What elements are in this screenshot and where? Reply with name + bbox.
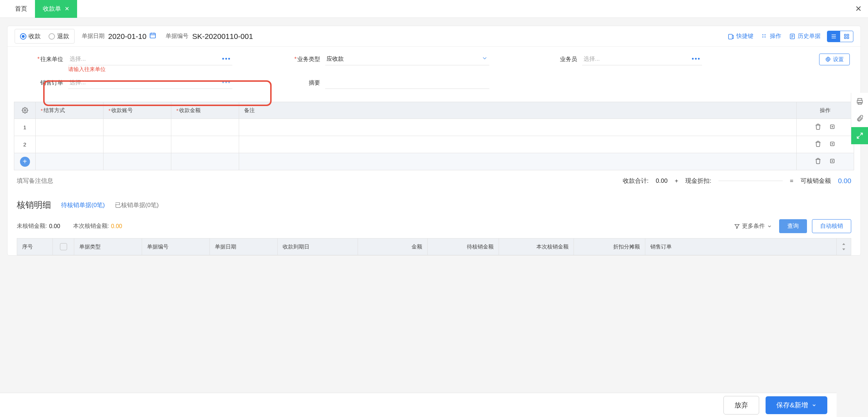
cell-settle[interactable] — [36, 119, 104, 136]
query-button[interactable]: 查询 — [779, 219, 807, 233]
delete-icon[interactable] — [815, 141, 821, 148]
th-ops: 操作 — [820, 107, 831, 114]
writeable-value: 0.00 — [838, 177, 851, 185]
salesman-input[interactable]: 选择... ••• — [582, 53, 702, 65]
svg-point-12 — [24, 110, 26, 111]
tab-pending[interactable]: 待核销单据(0笔) — [61, 201, 105, 209]
th-amt[interactable]: 金额 — [358, 238, 428, 255]
delete-icon[interactable] — [815, 158, 821, 165]
cell-remark[interactable] — [239, 119, 797, 136]
more-icon[interactable]: ••• — [222, 55, 231, 63]
note-input[interactable] — [17, 177, 245, 185]
close-all-icon[interactable]: ✕ — [855, 4, 862, 14]
svg-rect-7 — [844, 34, 846, 36]
cancel-button[interactable]: 放弃 — [723, 396, 759, 415]
discount-label: 现金折扣: — [685, 177, 711, 185]
biztype-field: *业务类型 应收款 — [275, 53, 532, 65]
th-pend[interactable]: 待核销金额 — [428, 238, 499, 255]
calendar-icon[interactable] — [149, 32, 156, 41]
payment-table: *结算方式 *收款账号 *收款金额 备注 操作 1 — [14, 102, 854, 170]
summary-input[interactable] — [325, 77, 489, 89]
auto-writeoff-button[interactable]: 自动核销 — [812, 219, 851, 233]
close-icon[interactable]: ✕ — [65, 5, 69, 12]
sales-order-field: 销售订单 选择... ••• — [18, 77, 275, 89]
cell-amount[interactable] — [171, 136, 239, 153]
save-button[interactable]: 保存&新增 — [766, 396, 827, 414]
radio-label: 退款 — [57, 32, 69, 40]
th-order[interactable]: 销售订单 — [645, 238, 837, 255]
cell-account[interactable] — [104, 136, 171, 153]
chevron-down-icon[interactable] — [481, 55, 488, 63]
th-disc[interactable]: 折扣分摊额 — [574, 238, 645, 255]
biztype-select[interactable]: 应收款 — [325, 53, 489, 65]
copy-icon[interactable] — [829, 124, 836, 131]
radio-refund[interactable]: 退款 — [49, 32, 69, 40]
copy-icon[interactable] — [829, 141, 836, 148]
radio-icon — [49, 33, 55, 40]
cell-account[interactable] — [104, 119, 171, 136]
svg-point-11 — [827, 59, 829, 60]
cell-settle[interactable] — [36, 136, 104, 153]
partner-input[interactable]: 选择... ••• — [68, 53, 232, 65]
sales-order-input[interactable]: 选择... ••• — [68, 77, 232, 89]
gear-icon — [825, 56, 831, 62]
th-amount: 收款金额 — [179, 107, 201, 114]
cell-amount[interactable] — [171, 119, 239, 136]
list-icon — [831, 33, 837, 40]
doc-header: 收款 退款 单据日期 2020-01-10 单据编号 SK-20200110-0… — [7, 26, 861, 47]
tab-home[interactable]: 首页 — [7, 0, 35, 18]
th-settle: 结算方式 — [44, 107, 65, 114]
more-icon[interactable]: ••• — [692, 55, 701, 63]
writeoff-title: 核销明细 — [17, 199, 51, 211]
chevron-down-icon — [812, 403, 817, 408]
tab-done[interactable]: 已核销单据(0笔) — [115, 201, 159, 209]
writeable-label: 可核销金额 — [801, 177, 831, 185]
select-all-checkbox[interactable] — [60, 243, 67, 250]
summary-field: 摘要 — [275, 77, 532, 89]
view-list-button[interactable] — [827, 31, 840, 42]
svg-point-5 — [764, 36, 766, 37]
gear-icon — [22, 107, 28, 114]
writeoff-table: 序号 单据类型 单据编号 单据日期 收款到期日 金额 待核销金额 本次核销金额 … — [17, 238, 851, 255]
printer-icon — [856, 97, 864, 105]
add-row: + — [14, 153, 854, 170]
side-expand-button[interactable] — [851, 127, 868, 144]
more-conditions-button[interactable]: 更多条件 — [734, 222, 772, 230]
equals-sign: = — [790, 177, 793, 185]
history-button[interactable]: 历史单据 — [789, 32, 821, 40]
discount-input[interactable] — [718, 181, 783, 181]
date-value[interactable]: 2020-01-10 — [108, 32, 146, 41]
side-toolbar — [851, 93, 868, 144]
radio-receive[interactable]: 收款 — [20, 32, 41, 40]
txn-type-radio-group: 收款 退款 — [15, 29, 75, 44]
copy-icon[interactable] — [829, 158, 836, 165]
totals-row: 收款合计: 0.00 + 现金折扣: = 可核销金额 0.00 — [7, 170, 861, 191]
more-icon[interactable]: ••• — [222, 79, 231, 86]
keyboard-icon — [728, 33, 734, 40]
th-remark: 备注 — [244, 107, 255, 114]
total-value: 0.00 — [656, 177, 667, 185]
delete-icon[interactable] — [815, 124, 821, 131]
th-due[interactable]: 收款到期日 — [278, 238, 358, 255]
scroll-indicator — [837, 238, 851, 255]
side-print-button[interactable] — [851, 93, 868, 110]
grid-icon — [761, 33, 768, 40]
chevron-down-icon — [767, 224, 772, 229]
row-number: 1 — [14, 119, 36, 136]
settings-button[interactable]: 设置 — [819, 54, 850, 65]
grid-icon — [843, 33, 850, 40]
th-this[interactable]: 本次核销金额 — [499, 238, 574, 255]
th-date[interactable]: 单据日期 — [210, 238, 278, 255]
add-row-button[interactable]: + — [20, 157, 30, 167]
th-no[interactable]: 单据编号 — [142, 238, 210, 255]
unwrite-label: 未核销金额: — [17, 222, 47, 230]
tab-receipt[interactable]: 收款单 ✕ — [35, 0, 77, 18]
operate-button[interactable]: 操作 — [761, 32, 781, 40]
th-type[interactable]: 单据类型 — [74, 238, 142, 255]
side-attach-button[interactable] — [851, 110, 868, 127]
cell-remark[interactable] — [239, 136, 797, 153]
table-settings-header[interactable] — [14, 102, 36, 119]
shortcut-button[interactable]: 快捷键 — [728, 32, 753, 40]
view-grid-button[interactable] — [840, 31, 853, 42]
salesman-field: 业务员 选择... ••• 设置 — [532, 53, 850, 65]
